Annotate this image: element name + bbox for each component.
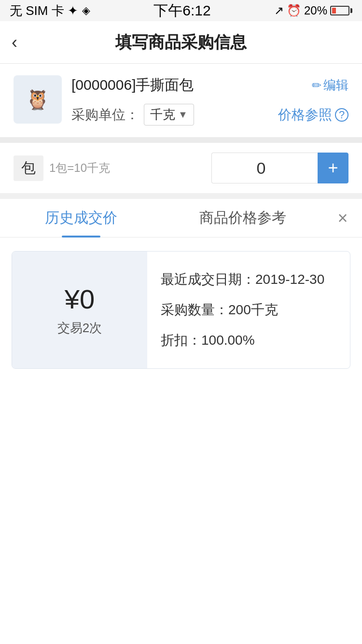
quantity-input-group: + — [211, 153, 348, 183]
tab-active-indicator — [62, 236, 100, 238]
discount-label: 折扣： — [161, 333, 201, 348]
discount-row: 折扣：100.00% — [161, 330, 336, 351]
edit-icon: ✏ — [312, 79, 321, 92]
price-amount: ¥0 — [65, 283, 95, 315]
section-divider — [0, 137, 362, 143]
unit-select-dropdown[interactable]: 千克 ▼ — [144, 104, 194, 126]
product-title: 手撕面包 — [136, 77, 194, 93]
discount-value: 100.00% — [201, 333, 255, 348]
tab-product-price-ref[interactable]: 商品价格参考 — [162, 199, 323, 238]
product-info: [0000006]手撕面包 ✏ 编辑 采购单位： 千克 ▼ 价格参照 — [71, 75, 348, 126]
unit-value: 千克 — [150, 106, 175, 123]
tab-section: 历史成交价 商品价格参考 × ¥0 交易2次 最近成交日期：2019-12-30… — [0, 199, 362, 382]
status-left: 无 SIM 卡 ✦ ◈ — [10, 2, 90, 19]
tab-product-price-ref-label: 商品价格参考 — [199, 208, 286, 228]
card-content: ¥0 交易2次 最近成交日期：2019-12-30 采购数量：200千克 折扣：… — [0, 238, 362, 382]
product-name: [0000006]手撕面包 — [71, 75, 194, 95]
battery-percent: 20% — [304, 4, 327, 17]
tab-history-price[interactable]: 历史成交价 — [0, 199, 162, 238]
page-rest — [0, 382, 362, 644]
product-section: 🦉 [0000006]手撕面包 ✏ 编辑 采购单位： 千克 ▼ — [0, 64, 362, 137]
wifi-icon: ◈ — [82, 4, 90, 17]
price-card-right: 最近成交日期：2019-12-30 采购数量：200千克 折扣：100.00% — [147, 252, 350, 368]
nav-bar: ‹ 填写商品采购信息 — [0, 21, 362, 64]
price-reference-button[interactable]: 价格参照 ? — [278, 106, 348, 124]
sim-status: 无 SIM 卡 ✦ — [10, 2, 78, 19]
page-title: 填写商品采购信息 — [115, 31, 247, 54]
battery-icon — [330, 6, 352, 15]
recent-date-label: 最近成交日期： — [161, 272, 255, 287]
recent-date-row: 最近成交日期：2019-12-30 — [161, 269, 336, 291]
quantity-label: 包 1包=10千克 — [14, 155, 110, 181]
transaction-count: 交易2次 — [57, 320, 102, 336]
product-image-icon: 🦉 — [26, 88, 50, 111]
product-id: [0000006] — [71, 77, 136, 93]
edit-button[interactable]: ✏ 编辑 — [312, 77, 348, 94]
location-icon: ↗ — [274, 4, 284, 17]
dropdown-arrow-icon: ▼ — [178, 109, 188, 120]
quantity-section: 包 1包=10千克 + — [0, 143, 362, 193]
help-text: ? — [339, 109, 345, 121]
quantity-conversion-note: 1包=10千克 — [49, 160, 110, 176]
price-ref-label: 价格参照 — [278, 106, 332, 124]
unit-left: 采购单位： 千克 ▼ — [71, 104, 194, 126]
tab-history-price-label: 历史成交价 — [45, 208, 117, 228]
edit-label: 编辑 — [323, 77, 348, 94]
tab-close-button[interactable]: × — [323, 199, 362, 238]
price-card: ¥0 交易2次 最近成交日期：2019-12-30 采购数量：200千克 折扣：… — [12, 251, 350, 369]
help-icon[interactable]: ? — [335, 108, 348, 122]
product-unit-row: 采购单位： 千克 ▼ 价格参照 ? — [71, 104, 348, 126]
alarm-icon: ⏰ — [287, 4, 301, 17]
status-time: 下午6:12 — [153, 1, 210, 21]
quantity-plus-button[interactable]: + — [318, 153, 348, 183]
tab-bar: 历史成交价 商品价格参考 × — [0, 199, 362, 238]
purchase-qty-label: 采购数量： — [161, 302, 228, 317]
status-bar: 无 SIM 卡 ✦ ◈ 下午6:12 ↗ ⏰ 20% — [0, 0, 362, 21]
back-button[interactable]: ‹ — [12, 32, 17, 53]
recent-date-value: 2019-12-30 — [255, 272, 324, 287]
product-row: 🦉 [0000006]手撕面包 ✏ 编辑 采购单位： 千克 ▼ — [14, 75, 348, 126]
price-value: 0 — [80, 284, 95, 314]
quantity-unit-badge: 包 — [14, 155, 43, 181]
price-card-left: ¥0 交易2次 — [12, 252, 147, 368]
purchase-qty-value: 200千克 — [228, 302, 278, 317]
currency-symbol: ¥ — [65, 284, 80, 314]
unit-label: 采购单位： — [71, 106, 139, 124]
product-thumbnail: 🦉 — [14, 75, 62, 124]
product-name-row: [0000006]手撕面包 ✏ 编辑 — [71, 75, 348, 95]
status-right: ↗ ⏰ 20% — [274, 4, 352, 17]
quantity-input[interactable] — [211, 153, 318, 183]
purchase-qty-row: 采购数量：200千克 — [161, 299, 336, 321]
